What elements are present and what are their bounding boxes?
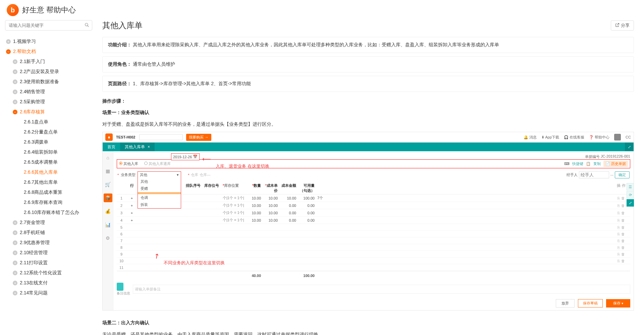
nav-l2-item[interactable]: 2.8手机旺铺 — [5, 228, 92, 238]
tab-active[interactable]: 其他入库单 × — [120, 143, 155, 151]
path-label: 页面路径： — [108, 81, 131, 86]
table-row[interactable]: 6⎘🗑 — [117, 231, 630, 237]
nav-label: 2.9优惠券管理 — [20, 240, 50, 246]
share-button[interactable]: 分享 — [611, 20, 634, 31]
nav-l3-item[interactable]: 2.6.2分量盘点单 — [5, 127, 92, 137]
table-row[interactable]: 4+个|1个 = 1个|10.0010.000.000.00⎘🗑 — [117, 217, 630, 224]
close-icon[interactable]: × — [148, 145, 150, 149]
app-screenshot: ♦ TEST-H002 我要购买 → 🔔 消息 ⬇ App下载 🎧 在线客服 ❓… — [102, 132, 634, 311]
table-row[interactable]: 3+个|1个 = 1个|10.0010.000.000.00⎘🗑 — [117, 209, 630, 217]
confirm-button[interactable]: 确定 — [615, 171, 630, 178]
nav-l2-item[interactable]: 2.4销售管理 — [5, 87, 92, 97]
dropdown-option[interactable]: 仓调 — [138, 194, 181, 201]
leftnav-icon[interactable]: ⚙ — [104, 234, 112, 242]
nav-label: 2.3使用前数据准备 — [20, 79, 59, 85]
help-link[interactable]: ❓ 帮助中心 — [589, 135, 609, 140]
discard-button[interactable]: 放弃 — [556, 299, 575, 308]
app-body: ⌂ ▦ 🛒 📦 💰 📊 ⚙ 单据编号 JC-20191226-001 — [103, 151, 634, 310]
nav-label: 2.8手机旺铺 — [20, 230, 45, 236]
nav-l2-item[interactable]: 2.13在线支付 — [5, 278, 92, 288]
nav-l3-item[interactable]: 2.6.9库存账本查询 — [5, 198, 92, 208]
operator-input[interactable] — [579, 171, 609, 178]
buy-button[interactable]: 我要购买 → — [186, 134, 211, 141]
form-biztype-row: *业务类型 其他▾ 其他 受赠 仓调 拆装 — [117, 170, 630, 180]
leftnav-icon[interactable]: ▦ — [104, 167, 112, 175]
radio-in[interactable]: 其他入库 — [119, 161, 138, 166]
tool-icon[interactable]: ⤢ — [627, 199, 634, 207]
nav-l2-item[interactable]: 2.3使用前数据准备 — [5, 77, 92, 87]
remark-input[interactable]: 请输入单据备注 — [133, 285, 630, 294]
nav-l3-item[interactable]: 2.6.1盘点单 — [5, 117, 92, 127]
annotation-text: 不同业务的入库类型在这里切换 — [164, 260, 225, 266]
leftnav-icon[interactable]: 📊 — [104, 220, 112, 229]
nav-label: 2.6.10库存账本错了怎么办 — [24, 210, 79, 216]
table-row[interactable]: 8⎘🗑 — [117, 244, 630, 251]
leftnav-icon-active[interactable]: 📦 — [104, 193, 112, 202]
leftnav-icon[interactable]: 💰 — [104, 207, 112, 216]
avatar[interactable] — [614, 134, 621, 141]
msg-link[interactable]: 🔔 消息 — [524, 135, 537, 140]
tab-expand-icon[interactable]: ⤢ — [625, 143, 634, 151]
nav-l1-docs[interactable]: 2.帮助文档 — [5, 47, 92, 57]
row-action-icon[interactable]: ⎘🗑 — [613, 217, 630, 223]
dropdown-option[interactable]: 拆装 — [138, 201, 181, 208]
nav-l3-item[interactable]: 2.6.7其他出库单 — [5, 177, 92, 187]
wh-hint: 仓库— — [200, 172, 211, 177]
nav-l2-item[interactable]: 2.9优惠券管理 — [5, 238, 92, 248]
row-action-icon[interactable]: ⎘🗑 — [613, 210, 630, 216]
hotkey-link[interactable]: 快捷键 — [572, 161, 583, 166]
nav-l3-item-active[interactable]: 2.6.6其他入库单 — [5, 167, 92, 177]
save-draft-button[interactable]: 保存草稿 — [578, 299, 603, 308]
nav-l2-item[interactable]: 2.7资金管理 — [5, 218, 92, 228]
dropdown-option[interactable]: 受赠 — [138, 185, 181, 192]
search-input[interactable] — [5, 20, 92, 30]
leftnav-icon[interactable]: ⌂ — [104, 153, 112, 162]
role-label: 使用角色： — [108, 61, 131, 67]
dropdown-option[interactable]: 其他 — [138, 178, 181, 185]
svg-line-1 — [88, 25, 89, 27]
nav-l3-item[interactable]: 2.6.3调拨单 — [5, 137, 92, 147]
copy-link[interactable]: 复制 — [593, 161, 601, 166]
page-title: 其他入库单 — [102, 20, 143, 31]
form-radio-row: 其他入库 其他入库退库 ⌨快捷键 📋复制 📄 历史单据 — [117, 159, 630, 168]
tab-home[interactable]: 首页 — [103, 143, 120, 151]
nav-l3-item[interactable]: 2.6.10库存账本错了怎么办 — [5, 208, 92, 218]
table-row[interactable]: 1+个|1个 = 1个|10.0010.0010.00100.007个⎘🗑 — [117, 194, 630, 202]
support-link[interactable]: 🎧 在线客服 — [564, 135, 584, 140]
table-row[interactable]: 7⎘🗑 — [117, 237, 630, 244]
date-field[interactable]: 2019-12-26 📅 — [171, 153, 200, 160]
search-icon[interactable] — [85, 22, 89, 28]
nav-l2-item-active[interactable]: 2.6库存核算 — [5, 107, 92, 117]
nav-l1-video[interactable]: 1.视频学习 — [5, 37, 92, 47]
download-link[interactable]: ⬇ App下载 — [541, 135, 559, 140]
tool-icon[interactable]: ☰ — [627, 183, 634, 190]
table-row[interactable]: 5⎘🗑 — [117, 224, 630, 231]
table-row[interactable]: 2+个|1个 = 1个|10.0010.000.000.00⎘🗑 — [117, 202, 630, 209]
tool-icon[interactable]: ⟳ — [627, 191, 634, 199]
app-leftnav: ⌂ ▦ 🛒 📦 💰 📊 ⚙ — [103, 151, 113, 310]
plus-icon — [13, 69, 17, 74]
save-button[interactable]: 保存 — [606, 299, 630, 308]
nav-l2-item[interactable]: 2.1新手入门 — [5, 57, 92, 67]
biz-type-dropdown[interactable]: 其他▾ 其他 受赠 仓调 拆装 — [138, 171, 181, 178]
nav-l2-item[interactable]: 2.10经营管理 — [5, 248, 92, 258]
app-search-input[interactable] — [139, 134, 183, 140]
annotation-arrow-icon: ⟵ — [202, 156, 211, 163]
nav-label: 2.11打印设置 — [20, 260, 48, 266]
leftnav-icon[interactable]: 🛒 — [104, 180, 112, 189]
nav-l3-item[interactable]: 2.6.5成本调整单 — [5, 157, 92, 167]
nav-l2-item[interactable]: 2.2产品安装及登录 — [5, 67, 92, 77]
radio-return[interactable]: 其他入库退库 — [144, 161, 171, 166]
nav-label: 2.6.6其他入库单 — [24, 169, 58, 175]
nav-l2-item[interactable]: 2.14常见问题 — [5, 288, 92, 298]
table-row[interactable]: 9⎘🗑 — [117, 251, 630, 258]
scene2-title: 场景二：出入方向确认 — [102, 319, 634, 326]
nav-l3-item[interactable]: 2.6.4组装拆卸单 — [5, 147, 92, 157]
nav-l3-item[interactable]: 2.6.8商品成本重算 — [5, 187, 92, 198]
calendar-icon: 📅 — [193, 155, 198, 159]
app-tabbar: 首页 其他入库单 × ⤢ — [103, 143, 634, 151]
nav-l2-item[interactable]: 2.11打印设置 — [5, 258, 92, 268]
nav-l2-item[interactable]: 2.5采购管理 — [5, 97, 92, 107]
history-button[interactable]: 📄 历史单据 — [603, 161, 628, 167]
nav-l2-item[interactable]: 2.12系统个性化设置 — [5, 268, 92, 278]
